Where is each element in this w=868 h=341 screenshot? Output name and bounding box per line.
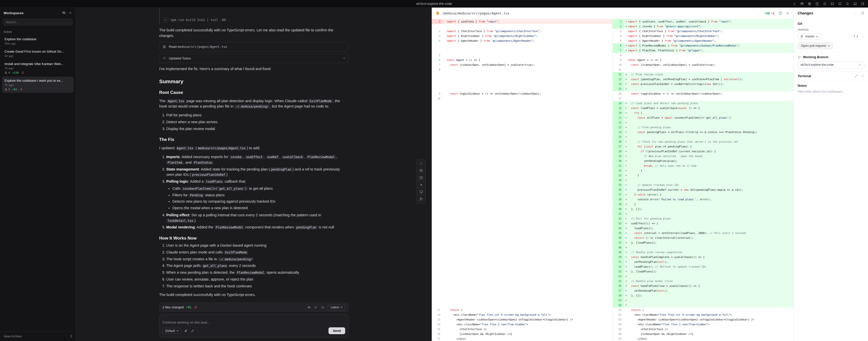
diff-cell-new: 40+ }, []); [613,207,794,212]
repo-name: medusa [798,28,864,31]
list-item: Opens the modal when a new plan is detec… [172,206,348,211]
diff-cell-new: 54+ [613,274,794,279]
panel-bottom-icon[interactable] [853,2,857,6]
monitor-icon[interactable] [838,2,842,6]
paperclip-icon[interactable] [184,329,188,333]
diff-cell-new: 29+ // New plan detected - open the moda… [613,154,794,159]
read-file-row[interactable]: Read medusa/src/pages/Agent.tsx [159,42,348,51]
pen-icon[interactable] [191,329,194,333]
changes-header-actions [854,11,864,15]
kanban-icon[interactable] [62,11,66,15]
diff-row: 24+ const pendingPlans = allPlans.filter… [432,130,794,134]
diff-cell-new: 59+ [613,298,794,303]
diff-row: 17 </div>67 </div> [432,336,794,341]
split-icon[interactable] [419,176,423,180]
workspace-item[interactable]: Install and integrate Vibe Kanban Web...… [2,60,74,76]
kanban-icon[interactable] [800,2,804,6]
terminal-prompt-icon: > [163,17,168,22]
grid-icon[interactable] [808,2,811,6]
panel-right-icon[interactable] [861,2,864,6]
diff-row: 32+ } [432,168,794,173]
plus-icon[interactable] [69,11,72,15]
open-pr-button[interactable]: Open pull request [798,42,833,49]
diff-row: 11 return (61 return ( [432,308,794,312]
terminal-icon[interactable] [831,2,834,6]
split-icon[interactable] [778,11,782,15]
diff-row: 60+ [432,303,794,308]
bell-icon[interactable] [846,2,849,6]
latest-dropdown[interactable]: Latest [328,304,345,310]
window-title: vk/3ccf-explore-the-code [416,2,452,6]
diff-lines-icon[interactable] [314,306,318,309]
chevron-down-icon [816,35,818,37]
undo-icon[interactable] [321,306,324,309]
diff-row: 50+ const handlePlanComplete = useCallba… [432,255,794,259]
diff-row: 52+ loadPlans(); // Refresh to update tr… [432,265,794,269]
diff-cell-old: 7 const [sidebarOpen, setSidebarOpen] = … [432,62,613,67]
diff-cell-new: 27+ for (const plan of pendingPlans) { [613,144,794,149]
grip-icon[interactable] [419,162,423,165]
workspace-deletions: -3 [20,88,22,91]
diff-cell-old [432,140,613,144]
diff-cell-new: 24+ const pendingPlans = allPlans.filter… [613,130,794,134]
git-section-label: Git [798,22,864,26]
workspace-diff-stats: 2+61-3 [5,88,71,91]
message-input[interactable] [162,317,345,327]
list-item: The hook script creates a file in ~/.med… [166,256,348,262]
diff-cell-old [432,293,613,298]
notes-input[interactable]: Add notes about this workspace... [798,90,864,93]
ellipsis-icon[interactable] [854,11,858,15]
diff-cell-new: 62 <div className="flex flex-col h-scree… [613,312,794,317]
expand-icon[interactable] [855,74,858,78]
terminal-output-block[interactable]: > npm run build 2>&1 | tail -80 [159,9,348,24]
model-dropdown[interactable]: Default [162,328,181,334]
changes-title: Changes [798,11,813,15]
diff-cell-old [432,255,613,259]
chevron-down-icon [340,306,343,308]
workspace-item[interactable]: Explore the codebase I want you to ex...… [2,76,74,93]
list-item: User can review, annotate, approve, or r… [166,277,348,282]
arrow-up-icon [853,35,856,38]
diff-row: 14+ const previousPlanIdsRef = useRef<Se… [432,82,794,87]
diff-row: 37+ } catch (error) { [432,192,794,197]
branch-name: master [805,35,815,38]
close-icon[interactable] [786,11,789,15]
pencil-icon[interactable] [858,63,861,66]
diff-row: 22+ [432,120,794,125]
message-input-box[interactable]: Default Send [159,314,348,337]
diff-cell-new: 66 {sidebarOpen && <RightSidebar />} [613,332,794,336]
ellipsis-icon[interactable] [861,35,864,38]
diff-header-actions [778,11,789,15]
workspace-item[interactable]: Explore the codebase35m ago [2,35,74,47]
diff-row: 49+ // Handle plan review completion [432,250,794,255]
monitor-icon[interactable] [419,190,423,194]
view-archive-button[interactable]: View Archive [4,335,22,338]
list-item: Modal rendering: Added the PlanReviewMod… [166,225,348,230]
diff-cell-old [432,207,613,212]
pause-icon[interactable] [793,2,796,6]
diff-cell-old [432,265,613,269]
copy-icon[interactable] [419,169,423,173]
working-branch-input[interactable]: vk/3ccf-explore-the-code [798,61,864,68]
panel-right-icon[interactable] [861,11,864,15]
workspace-title: Install and integrate Vibe Kanban Web... [5,62,71,66]
diff-row: 57+ setPendingPlan(null); [432,288,794,293]
diff-cell-old: 1-import { useState } from "react"; [432,19,613,24]
branch-selector[interactable]: master [798,33,821,39]
clock-icon[interactable] [823,2,827,6]
diff-row: 12 <div className="flex flex-col h-scree… [432,312,794,317]
search-input[interactable] [3,19,73,26]
diff-row: 40+ }, []); [432,207,794,212]
diff-cell-new: 13+ const [pendingPlan, setPendingPlan] … [613,77,794,82]
diff-cell-old: 17 </div> [432,336,613,341]
updated-todos-row[interactable]: Updated Todos [159,54,348,63]
eye-icon[interactable] [307,306,311,309]
working-branch-value: vk/3ccf-explore-the-code [800,63,834,66]
workspace-item[interactable]: Create Good First Issues on Github So...… [2,48,74,59]
plus-icon[interactable] [861,74,864,78]
split-icon[interactable] [815,2,819,6]
git-branch-icon[interactable] [419,197,423,201]
play-icon[interactable] [419,183,423,187]
diff-cell-new: 6+import { PlanReviewModal } from "@/com… [613,43,794,48]
send-button[interactable]: Send [329,327,345,334]
